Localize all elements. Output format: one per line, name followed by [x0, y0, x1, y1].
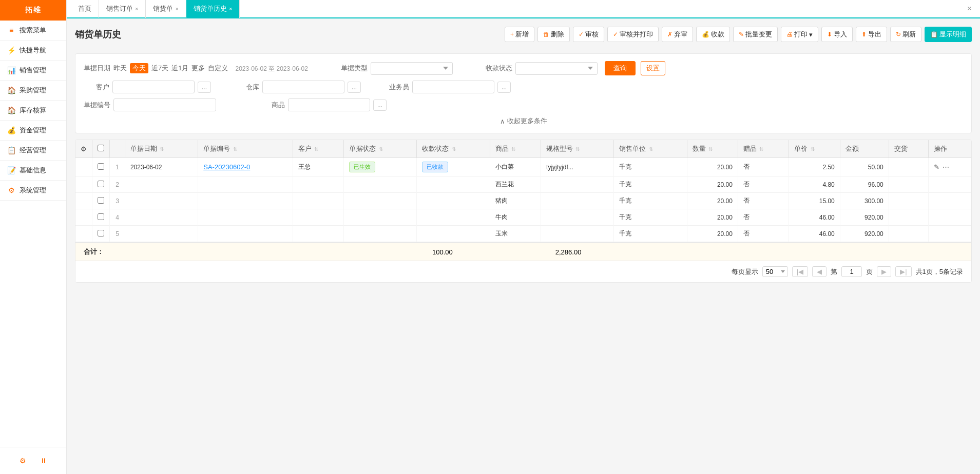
- row-checkbox-cell[interactable]: [92, 193, 110, 209]
- row-doc-no[interactable]: [198, 176, 293, 193]
- goods-input[interactable]: [288, 98, 370, 111]
- sidebar-item-operations[interactable]: 📋 经营管理: [0, 141, 66, 161]
- date-last1month[interactable]: 近1月: [171, 64, 188, 73]
- th-doc-no[interactable]: 单据编号 ⇅: [198, 140, 293, 158]
- warehouse-ellipsis[interactable]: ...: [348, 82, 361, 93]
- date-custom[interactable]: 自定义: [208, 64, 228, 73]
- import-button[interactable]: ⬇ 导入: [821, 27, 853, 42]
- config-icon[interactable]: ⚙: [81, 145, 87, 153]
- row-checkbox[interactable]: [98, 230, 104, 236]
- sidebar-item-basic-info[interactable]: 📝 基础信息: [0, 161, 66, 181]
- prev-page-button[interactable]: ◀: [812, 266, 827, 277]
- row-checkbox[interactable]: [98, 197, 104, 204]
- salesman-ellipsis[interactable]: ...: [497, 82, 511, 93]
- row-checkbox-cell[interactable]: [92, 226, 110, 242]
- doc-no-link[interactable]: SA-20230602-0: [203, 163, 250, 171]
- close-tab-sales-delivery[interactable]: ×: [175, 6, 178, 12]
- date-today[interactable]: 今天: [130, 63, 148, 73]
- row-doc-no[interactable]: SA-20230602-0: [198, 158, 293, 176]
- tab-sales-delivery[interactable]: 销货单 ×: [146, 0, 186, 18]
- date-more[interactable]: 更多: [191, 64, 205, 73]
- th-unit-price[interactable]: 单价 ⇅: [789, 140, 840, 158]
- collapse-button[interactable]: ∧ 收起更多条件: [84, 116, 963, 126]
- sidebar-item-search-menu[interactable]: ≡ 搜索菜单: [0, 21, 66, 41]
- row-checkbox-cell[interactable]: [92, 209, 110, 226]
- export-button[interactable]: ⬆ 导出: [856, 27, 887, 42]
- tab-sales-delivery-history[interactable]: 销货单历史 ×: [186, 0, 240, 18]
- batch-change-button[interactable]: ✎ 批量变更: [733, 27, 778, 42]
- sort-icon: ⇅: [379, 146, 383, 152]
- page-size-select[interactable]: 50 20 100 200: [762, 266, 788, 277]
- row-goods: 小白菜: [490, 158, 541, 176]
- th-config[interactable]: ⚙: [75, 140, 92, 158]
- goods-ellipsis[interactable]: ...: [373, 100, 387, 111]
- th-payment-status[interactable]: 收款状态 ⇅: [417, 140, 490, 158]
- close-all-tabs[interactable]: ×: [963, 4, 976, 13]
- row-sales-unit: 千克: [614, 193, 687, 209]
- warehouse-input[interactable]: [262, 81, 344, 93]
- row-checkbox[interactable]: [98, 163, 104, 170]
- sidebar-item-system-mgmt[interactable]: ⚙ 系统管理: [0, 181, 66, 201]
- doc-no-input[interactable]: [113, 98, 216, 111]
- row-amount: 300.00: [840, 193, 889, 209]
- th-gift[interactable]: 赠品 ⇅: [738, 140, 789, 158]
- edit-action-icon[interactable]: ✎: [934, 163, 939, 171]
- row-checkbox-cell[interactable]: [92, 176, 110, 193]
- row-checkbox-cell[interactable]: [92, 158, 110, 176]
- th-spec-type[interactable]: 规格型号 ⇅: [541, 140, 614, 158]
- table-row: 2 西兰花 千克 20.00 否 4.80 96.00: [75, 176, 971, 193]
- row-checkbox[interactable]: [98, 213, 104, 220]
- query-button[interactable]: 查询: [605, 61, 636, 75]
- filter-payment-status: 收款状态 查询 设置: [486, 61, 665, 75]
- page-content-area: 销货单历史 + 新增 🗑 删除 ✓ 审核 ✓ 审核并打印: [67, 18, 980, 474]
- th-quantity[interactable]: 数量 ⇅: [687, 140, 738, 158]
- row-config-cell: [75, 176, 92, 193]
- last-page-button[interactable]: ▶|: [895, 266, 911, 277]
- th-sales-unit[interactable]: 销售单位 ⇅: [614, 140, 687, 158]
- close-tab-sales-order[interactable]: ×: [135, 6, 138, 12]
- show-detail-button[interactable]: 📋 显示明细: [925, 27, 972, 42]
- next-page-button[interactable]: ▶: [877, 266, 891, 277]
- tab-home[interactable]: 首页: [71, 0, 99, 18]
- first-page-button[interactable]: |◀: [792, 266, 808, 277]
- row-customer: [293, 176, 343, 193]
- row-seq: 3: [110, 193, 125, 209]
- tab-sales-order[interactable]: 销售订单 ×: [99, 0, 146, 18]
- sidebar-item-finance[interactable]: 💰 资金管理: [0, 121, 66, 141]
- th-checkbox[interactable]: [92, 140, 110, 158]
- abandon-button[interactable]: ✗ 弃审: [662, 27, 693, 42]
- salesman-input[interactable]: [412, 81, 494, 93]
- audit-print-button[interactable]: ✓ 审核并打印: [607, 27, 659, 42]
- date-last7days[interactable]: 近7天: [151, 64, 168, 73]
- settings-button[interactable]: 设置: [641, 61, 665, 75]
- audit-button[interactable]: ✓ 审核: [573, 27, 604, 42]
- refresh-button[interactable]: ↻ 刷新: [890, 27, 921, 42]
- collect-button[interactable]: 💰 收款: [696, 27, 730, 42]
- sidebar-item-inventory[interactable]: 🏠 库存核算: [0, 101, 66, 121]
- close-tab-sales-delivery-history[interactable]: ×: [229, 6, 232, 12]
- row-checkbox[interactable]: [98, 181, 104, 187]
- customer-ellipsis[interactable]: ...: [198, 82, 211, 93]
- sidebar-item-purchase-mgmt[interactable]: 🏠 采购管理: [0, 81, 66, 101]
- select-all-checkbox[interactable]: [98, 145, 104, 151]
- sort-icon: ⇅: [759, 146, 763, 152]
- row-doc-no[interactable]: [198, 226, 293, 242]
- sidebar-settings-btn[interactable]: ⚙ ⏸: [0, 451, 66, 470]
- row-doc-no[interactable]: [198, 193, 293, 209]
- payment-status-select[interactable]: [515, 62, 598, 75]
- current-page-input[interactable]: [841, 266, 862, 277]
- delete-button[interactable]: 🗑 删除: [537, 27, 570, 42]
- row-doc-no[interactable]: [198, 209, 293, 226]
- th-customer[interactable]: 客户 ⇅: [293, 140, 343, 158]
- sidebar-item-sales-mgmt[interactable]: 📊 销售管理: [0, 61, 66, 81]
- date-yesterday[interactable]: 昨天: [113, 64, 127, 73]
- sidebar-item-quick-nav[interactable]: ⚡ 快捷导航: [0, 41, 66, 61]
- print-button[interactable]: 🖨 打印 ▾: [781, 27, 818, 42]
- th-doc-date[interactable]: 单据日期 ⇅: [125, 140, 198, 158]
- customer-input[interactable]: [112, 81, 195, 93]
- more-action-icon[interactable]: ⋯: [943, 163, 949, 171]
- doc-type-select[interactable]: [371, 62, 453, 75]
- th-doc-status[interactable]: 单据状态 ⇅: [344, 140, 417, 158]
- new-button[interactable]: + 新增: [505, 27, 534, 42]
- th-goods[interactable]: 商品 ⇅: [490, 140, 541, 158]
